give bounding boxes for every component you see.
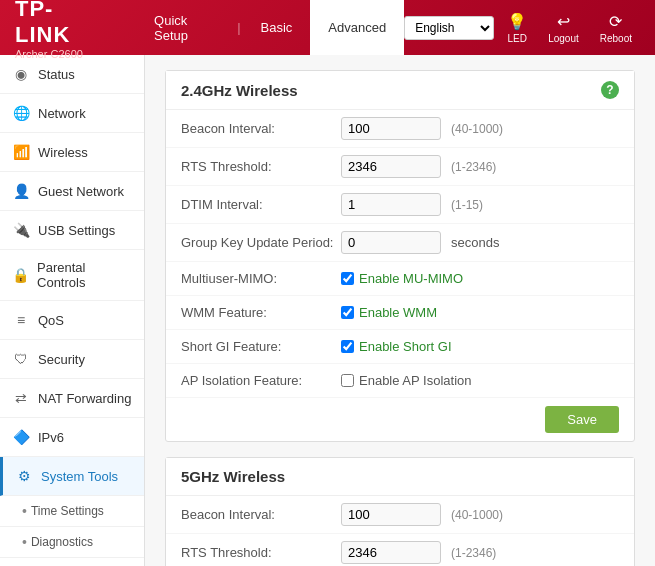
parental-icon: 🔒 <box>12 266 29 284</box>
led-button[interactable]: 💡 LED <box>499 8 535 48</box>
row-beacon-interval-24: Beacon Interval: (40-1000) <box>166 110 634 148</box>
language-select[interactable]: English <box>404 16 494 40</box>
sidebar-item-guest-network[interactable]: 👤 Guest Network <box>0 172 144 211</box>
row-dtim-interval-24: DTIM Interval: (1-15) <box>166 186 634 224</box>
nav-tabs: Quick Setup | Basic Advanced <box>136 0 404 55</box>
label-mu-mimo-24: Multiuser-MIMO: <box>181 271 341 286</box>
wireless-icon: 📶 <box>12 143 30 161</box>
input-rts-threshold-24[interactable] <box>341 155 441 178</box>
checkbox-input-short-gi-24[interactable] <box>341 340 354 353</box>
input-beacon-interval-5[interactable] <box>341 503 441 526</box>
input-rts-threshold-5[interactable] <box>341 541 441 564</box>
sidebar-subitem-time-settings[interactable]: Time Settings <box>0 496 144 527</box>
section-24ghz: 2.4GHz Wireless ? Beacon Interval: (40-1… <box>165 70 635 442</box>
hint-beacon-interval-5: (40-1000) <box>451 508 503 522</box>
row-rts-threshold-24: RTS Threshold: (1-2346) <box>166 148 634 186</box>
row-ap-isolation-24: AP Isolation Feature: Enable AP Isolatio… <box>166 364 634 398</box>
checkbox-input-wmm-24[interactable] <box>341 306 354 319</box>
logout-icon: ↩ <box>557 12 570 31</box>
sidebar-item-nat-forwarding[interactable]: ⇄ NAT Forwarding <box>0 379 144 418</box>
label-beacon-interval-24: Beacon Interval: <box>181 121 341 136</box>
label-rts-threshold-24: RTS Threshold: <box>181 159 341 174</box>
row-wmm-24: WMM Feature: Enable WMM <box>166 296 634 330</box>
sidebar-subitem-firmware-upgrade[interactable]: Firmware Upgrade <box>0 558 144 566</box>
tab-basic[interactable]: Basic <box>243 0 311 55</box>
hint-rts-threshold-24: (1-2346) <box>451 160 496 174</box>
checkbox-ap-isolation-24[interactable]: Enable AP Isolation <box>341 373 472 388</box>
ipv6-icon: 🔷 <box>12 428 30 446</box>
logout-button[interactable]: ↩ Logout <box>540 8 587 48</box>
section-5ghz: 5GHz Wireless Beacon Interval: (40-1000)… <box>165 457 635 566</box>
logo-text: TP-LINK <box>15 0 106 48</box>
reboot-button[interactable]: ⟳ Reboot <box>592 8 640 48</box>
main-content: 2.4GHz Wireless ? Beacon Interval: (40-1… <box>145 55 655 566</box>
checkbox-short-gi-24[interactable]: Enable Short GI <box>341 339 452 354</box>
section-5ghz-title: 5GHz Wireless <box>181 468 285 485</box>
row-group-key-24: Group Key Update Period: seconds <box>166 224 634 262</box>
tab-quick-setup[interactable]: Quick Setup <box>136 0 235 55</box>
nat-icon: ⇄ <box>12 389 30 407</box>
sidebar-item-qos[interactable]: ≡ QoS <box>0 301 144 340</box>
row-mu-mimo-24: Multiuser-MIMO: Enable MU-MIMO <box>166 262 634 296</box>
save-row-24: Save <box>166 398 634 441</box>
input-dtim-interval-24[interactable] <box>341 193 441 216</box>
label-short-gi-24: Short GI Feature: <box>181 339 341 354</box>
input-beacon-interval-24[interactable] <box>341 117 441 140</box>
hint-beacon-interval-24: (40-1000) <box>451 122 503 136</box>
header-right: English 💡 LED ↩ Logout ⟳ Reboot <box>404 8 640 48</box>
layout: ◉ Status 🌐 Network 📶 Wireless 👤 Guest Ne… <box>0 55 655 566</box>
suffix-group-key-24: seconds <box>451 235 499 250</box>
tab-advanced[interactable]: Advanced <box>310 0 404 55</box>
hint-rts-threshold-5: (1-2346) <box>451 546 496 560</box>
guest-network-icon: 👤 <box>12 182 30 200</box>
model-text: Archer C2600 <box>15 48 106 60</box>
label-wmm-24: WMM Feature: <box>181 305 341 320</box>
label-beacon-interval-5: Beacon Interval: <box>181 507 341 522</box>
hint-dtim-interval-24: (1-15) <box>451 198 483 212</box>
row-short-gi-24: Short GI Feature: Enable Short GI <box>166 330 634 364</box>
security-icon: 🛡 <box>12 350 30 368</box>
system-tools-icon: ⚙ <box>15 467 33 485</box>
section-24ghz-title: 2.4GHz Wireless <box>181 82 298 99</box>
sidebar-item-wireless[interactable]: 📶 Wireless <box>0 133 144 172</box>
checkbox-mu-mimo-24[interactable]: Enable MU-MIMO <box>341 271 463 286</box>
sidebar-item-usb-settings[interactable]: 🔌 USB Settings <box>0 211 144 250</box>
logo-area: TP-LINK Archer C2600 <box>15 0 106 60</box>
led-icon: 💡 <box>507 12 527 31</box>
header: TP-LINK Archer C2600 Quick Setup | Basic… <box>0 0 655 55</box>
checkbox-input-ap-isolation-24[interactable] <box>341 374 354 387</box>
sidebar: ◉ Status 🌐 Network 📶 Wireless 👤 Guest Ne… <box>0 55 145 566</box>
label-group-key-24: Group Key Update Period: <box>181 235 341 250</box>
sidebar-subitem-diagnostics[interactable]: Diagnostics <box>0 527 144 558</box>
usb-icon: 🔌 <box>12 221 30 239</box>
checkbox-wmm-24[interactable]: Enable WMM <box>341 305 437 320</box>
network-icon: 🌐 <box>12 104 30 122</box>
label-rts-threshold-5: RTS Threshold: <box>181 545 341 560</box>
sidebar-item-ipv6[interactable]: 🔷 IPv6 <box>0 418 144 457</box>
row-beacon-interval-5: Beacon Interval: (40-1000) <box>166 496 634 534</box>
sidebar-item-security[interactable]: 🛡 Security <box>0 340 144 379</box>
save-button-24[interactable]: Save <box>545 406 619 433</box>
status-icon: ◉ <box>12 65 30 83</box>
sidebar-item-parental-controls[interactable]: 🔒 Parental Controls <box>0 250 144 301</box>
label-dtim-interval-24: DTIM Interval: <box>181 197 341 212</box>
sidebar-item-system-tools[interactable]: ⚙ System Tools <box>0 457 144 496</box>
sidebar-item-status[interactable]: ◉ Status <box>0 55 144 94</box>
checkbox-input-mu-mimo-24[interactable] <box>341 272 354 285</box>
reboot-icon: ⟳ <box>609 12 622 31</box>
section-24ghz-header: 2.4GHz Wireless ? <box>166 71 634 110</box>
row-rts-threshold-5: RTS Threshold: (1-2346) <box>166 534 634 566</box>
qos-icon: ≡ <box>12 311 30 329</box>
help-icon-24ghz[interactable]: ? <box>601 81 619 99</box>
label-ap-isolation-24: AP Isolation Feature: <box>181 373 341 388</box>
input-group-key-24[interactable] <box>341 231 441 254</box>
section-5ghz-header: 5GHz Wireless <box>166 458 634 496</box>
sidebar-item-network[interactable]: 🌐 Network <box>0 94 144 133</box>
